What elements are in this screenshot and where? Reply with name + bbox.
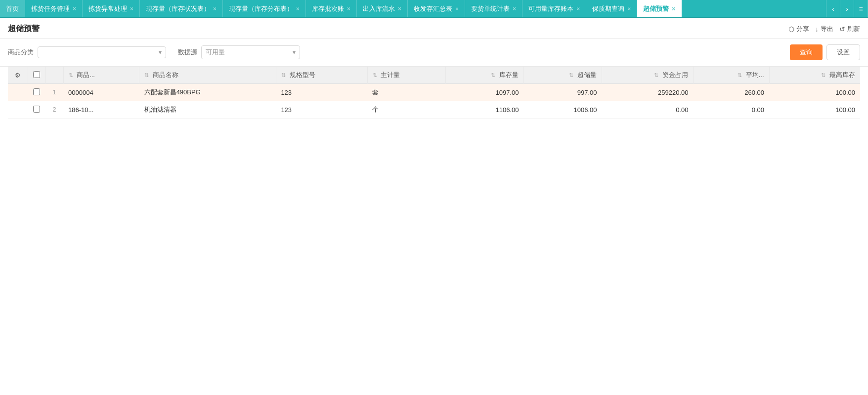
nav-tab-inout-flow[interactable]: 出入库流水× [357, 0, 408, 18]
share-button[interactable]: ⬡ 分享 [788, 25, 809, 34]
nav-tab-task-mgmt[interactable]: 拣货任务管理× [25, 0, 83, 18]
nav-left-arrow[interactable]: ‹ [826, 0, 840, 18]
nav-tab-close-quality-check[interactable]: × [627, 5, 631, 12]
td-max-stock-0: 100.00 [769, 84, 860, 101]
nav-tab-close-inout-flow[interactable]: × [398, 5, 401, 12]
th-avg-price[interactable]: ⇅ 平均... [693, 67, 769, 84]
nav-tab-overstock-alert[interactable]: 超储预警× [637, 0, 682, 18]
td-product-code-0: 0000004 [63, 84, 139, 101]
td-check-0[interactable] [28, 84, 45, 101]
th-gear[interactable]: ⚙ [8, 67, 28, 84]
td-max-stock-1: 100.00 [769, 101, 860, 118]
th-spec[interactable]: ⇅ 规格型号 [276, 67, 367, 84]
th-unit[interactable]: ⇅ 主计量 [367, 67, 445, 84]
nav-tab-stock-status[interactable]: 现存量（库存状况表）× [140, 0, 223, 18]
nav-tab-label: 出入库流水 [363, 4, 395, 13]
datasource-filter-group: 数据源 可用量 ▾ [178, 45, 300, 59]
sort-icon-unit: ⇅ [373, 72, 377, 78]
nav-right-arrow[interactable]: › [840, 0, 854, 18]
nav-tab-label: 保质期查询 [592, 4, 624, 13]
th-capital-occupied[interactable]: ⇅ 资金占用 [602, 67, 694, 84]
row-checkbox-0[interactable] [33, 88, 40, 95]
filter-row: 商品分类 ▾ 数据源 可用量 ▾ 查询 设置 [0, 39, 868, 67]
nav-tab-stock-dist[interactable]: 现存量（库存分布表）× [223, 0, 306, 18]
nav-tab-stock-batch[interactable]: 库存批次账× [306, 0, 357, 18]
category-filter-group: 商品分类 ▾ [8, 46, 166, 58]
refresh-icon: ↺ [839, 25, 845, 33]
nav-tab-close-stock-batch[interactable]: × [347, 5, 350, 12]
nav-tab-abnormal[interactable]: 拣货异常处理× [83, 0, 140, 18]
td-unit-1: 个 [367, 101, 445, 118]
nav-tab-label: 要货单统计表 [471, 4, 510, 13]
nav-tab-close-abnormal[interactable]: × [130, 5, 133, 12]
th-overstock-qty[interactable]: ⇅ 超储量 [523, 67, 602, 84]
td-stock-qty-0: 1097.00 [445, 84, 523, 101]
export-button[interactable]: ↓ 导出 [815, 25, 833, 34]
nav-tab-label: 拣货异常处理 [88, 4, 127, 13]
td-stock-qty-1: 1106.00 [445, 101, 523, 118]
td-seq-1: 2 [45, 101, 63, 118]
table-row: 1 0000004 六配套新昌490BPG 123 套 1097.00 997.… [8, 84, 860, 101]
th-product-code[interactable]: ⇅ 商品... [63, 67, 139, 84]
datasource-label: 数据源 [178, 48, 197, 57]
table-container: ⚙ ⇅ 商品... ⇅ 商品名称 ⇅ [0, 67, 868, 118]
nav-tab-label: 可用量库存账本 [528, 4, 573, 13]
td-product-code-1: 186-10... [63, 101, 139, 118]
category-select[interactable]: ▾ [38, 46, 166, 58]
sort-icon-product-name: ⇅ [144, 72, 149, 78]
nav-tab-order-stats[interactable]: 要货单统计表× [465, 0, 522, 18]
nav-tab-quality-check[interactable]: 保质期查询× [586, 0, 637, 18]
header-checkbox[interactable] [33, 71, 40, 78]
th-stock-qty[interactable]: ⇅ 库存量 [445, 67, 523, 84]
sort-icon-capital-occupied: ⇅ [654, 72, 658, 78]
datasource-chevron-icon: ▾ [293, 49, 296, 56]
sort-icon-overstock-qty: ⇅ [569, 72, 573, 78]
nav-menu-arrow[interactable]: ≡ [854, 0, 868, 18]
td-gear-0 [8, 84, 28, 101]
top-nav: 首页拣货任务管理×拣货异常处理×现存量（库存状况表）×现存量（库存分布表）×库存… [0, 0, 868, 18]
page-header: 超储预警 ⬡ 分享 ↓ 导出 ↺ 刷新 [0, 18, 868, 39]
table-row: 2 186-10... 机油滤清器 123 个 1106.00 1006.00 … [8, 101, 860, 118]
refresh-button[interactable]: ↺ 刷新 [839, 25, 860, 34]
th-checkbox[interactable] [28, 67, 45, 84]
td-product-name-0: 六配套新昌490BPG [139, 84, 276, 101]
table-header-row: ⚙ ⇅ 商品... ⇅ 商品名称 ⇅ [8, 67, 860, 84]
nav-tab-close-avail-stock[interactable]: × [576, 5, 580, 12]
nav-tab-close-stock-status[interactable]: × [213, 5, 217, 12]
settings-button[interactable]: 设置 [826, 44, 860, 60]
nav-tab-label: 首页 [6, 4, 19, 13]
datasource-select[interactable]: 可用量 ▾ [201, 45, 300, 59]
export-icon: ↓ [815, 25, 819, 33]
td-spec-1: 123 [276, 101, 367, 118]
nav-tab-home[interactable]: 首页 [0, 0, 25, 18]
td-check-1[interactable] [28, 101, 45, 118]
nav-tab-label: 库存批次账 [312, 4, 344, 13]
nav-tab-avail-stock[interactable]: 可用量库存账本× [522, 0, 586, 18]
nav-tab-close-order-stats[interactable]: × [513, 5, 516, 12]
datasource-select-value: 可用量 [206, 48, 225, 57]
td-seq-0: 1 [45, 84, 63, 101]
gear-icon: ⚙ [15, 72, 21, 79]
sort-icon-stock-qty: ⇅ [491, 72, 495, 78]
nav-tab-label: 超储预警 [643, 4, 669, 13]
th-max-stock[interactable]: ⇅ 最高库存 [769, 67, 860, 84]
th-product-name[interactable]: ⇅ 商品名称 [139, 67, 276, 84]
nav-tab-label: 拣货任务管理 [31, 4, 70, 13]
nav-tab-close-overstock-alert[interactable]: × [672, 5, 675, 12]
nav-tab-close-stock-dist[interactable]: × [296, 5, 300, 12]
nav-tab-close-task-mgmt[interactable]: × [73, 5, 76, 12]
td-avg-price-1: 0.00 [693, 101, 769, 118]
sort-icon-avg-price: ⇅ [738, 72, 742, 78]
nav-tab-close-recv-send[interactable]: × [455, 5, 459, 12]
nav-tab-label: 现存量（库存分布表） [229, 4, 293, 13]
row-checkbox-1[interactable] [33, 106, 40, 113]
main-content: 超储预警 ⬡ 分享 ↓ 导出 ↺ 刷新 商品分类 ▾ 数据源 [0, 18, 868, 395]
nav-tab-recv-send[interactable]: 收发存汇总表× [408, 0, 465, 18]
sort-icon-max-stock: ⇅ [821, 72, 825, 78]
nav-arrows: ‹ › ≡ [826, 0, 868, 18]
td-gear-1 [8, 101, 28, 118]
td-unit-0: 套 [367, 84, 445, 101]
query-button[interactable]: 查询 [790, 44, 823, 60]
share-icon: ⬡ [788, 25, 794, 33]
td-capital-occupied-0: 259220.00 [602, 84, 694, 101]
